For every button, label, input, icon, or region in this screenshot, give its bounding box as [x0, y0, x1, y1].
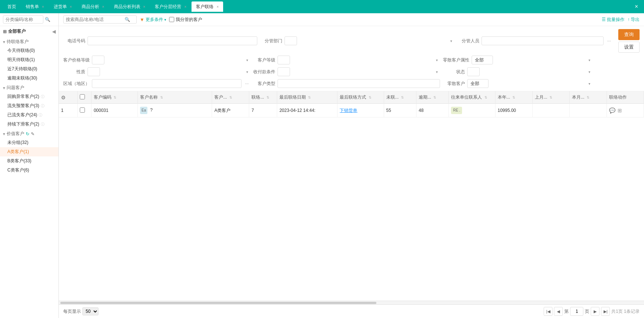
refresh-icon[interactable]: ↻: [26, 131, 29, 137]
col-last-month-sort[interactable]: ⇅: [550, 96, 552, 99]
col-contacts-sort[interactable]: ⇅: [484, 96, 487, 99]
price-level-field: 客户价格等级: [63, 56, 250, 64]
sidebar-item-churn-warning[interactable]: 流失预警客户(3) ⓘ: [0, 101, 58, 110]
col-code-sort[interactable]: ⇅: [114, 96, 117, 99]
scrollbar-thumb[interactable]: [60, 302, 376, 304]
retail-attr-field: 零散客户属性 全部: [443, 56, 593, 64]
problem-customer-group[interactable]: ▾ 问题客户: [0, 83, 58, 92]
horizontal-scrollbar[interactable]: [59, 301, 644, 304]
chat-icon[interactable]: 💬: [609, 107, 615, 113]
select-all-checkbox[interactable]: [80, 94, 85, 99]
nav-tab-home[interactable]: 首页: [3, 1, 21, 12]
more-action-icon[interactable]: ⊞: [618, 107, 622, 113]
pending-contact-group[interactable]: ▾ 待联络客户: [0, 37, 58, 46]
customer-type-input[interactable]: [278, 79, 440, 88]
sidebar-item-today[interactable]: 今天待联络(0): [0, 46, 58, 55]
all-customers-header[interactable]: ⊞ 全部客户 ◀: [0, 26, 58, 37]
close-sales-icon[interactable]: ×: [42, 5, 44, 9]
nav-tab-purchase[interactable]: 进货单 ×: [49, 1, 76, 12]
query-button[interactable]: 查询: [618, 29, 640, 40]
customer-type-field: 客户类型: [253, 79, 440, 88]
last-page-button[interactable]: ▶|: [601, 307, 610, 316]
settings-button[interactable]: 设置: [618, 42, 640, 53]
first-page-button[interactable]: |◀: [544, 307, 552, 316]
col-name-sort[interactable]: ⇅: [160, 96, 163, 99]
nav-tab-sales[interactable]: 销售单 ×: [21, 1, 49, 12]
close-purchase-icon[interactable]: ×: [70, 5, 72, 9]
sidebar-item-tomorrow[interactable]: 明天待联络(1): [0, 55, 58, 64]
status-select[interactable]: [467, 67, 480, 76]
sidebar-item-churned[interactable]: 已流失客户(24) ⓘ: [0, 110, 58, 120]
manager-dots-button[interactable]: ···: [606, 38, 612, 44]
window-close-button[interactable]: ×: [632, 3, 641, 10]
my-customers-checkbox[interactable]: [169, 17, 174, 22]
col-contact-sort[interactable]: ⇅: [266, 96, 269, 99]
price-level-select[interactable]: [92, 56, 104, 64]
main-search-icon[interactable]: 🔍: [125, 17, 130, 22]
col-customer-type-header: 客户... ⇅: [212, 91, 249, 104]
prev-page-button[interactable]: ◀: [554, 307, 563, 316]
row-index: 1: [59, 104, 78, 117]
sidebar-item-a-class[interactable]: A类客户(1): [0, 147, 58, 156]
col-type-sort[interactable]: ⇅: [229, 96, 232, 99]
sidebar-item-b-class[interactable]: B类客户(33): [0, 156, 58, 166]
b-class-label: B类客户(33): [7, 158, 31, 164]
sidebar-item-declining[interactable]: 持续下滑客户(2) ⓘ: [0, 120, 58, 129]
col-this-month-sort[interactable]: ⇅: [587, 96, 590, 99]
col-method-sort[interactable]: ⇅: [369, 96, 372, 99]
col-this-year-header: 本年... ⇅: [495, 91, 532, 104]
customer-level-select[interactable]: [278, 56, 290, 64]
retail-attr-select[interactable]: 全部: [472, 56, 493, 64]
sidebar-item-unclassified[interactable]: 未分组(32): [0, 138, 58, 147]
sidebar-item-7days[interactable]: 近7天待联络(0): [0, 64, 58, 74]
per-page-area: 每页显示 50: [63, 307, 99, 315]
sidebar-item-overdue[interactable]: 逾期未联络(30): [0, 74, 58, 83]
customer-contact-label: 客户联络: [196, 4, 214, 10]
nature-select[interactable]: [87, 67, 100, 76]
department-select[interactable]: [285, 36, 297, 45]
row-checkbox[interactable]: [80, 107, 85, 113]
payment-terms-select[interactable]: [278, 67, 290, 76]
main-search-input[interactable]: [66, 17, 125, 22]
nav-tab-analysis-list[interactable]: 商品分析列表 ×: [110, 1, 150, 12]
nav-tab-customer-tier[interactable]: 客户分层经营 ×: [150, 1, 191, 12]
col-this-year-sort[interactable]: ⇅: [512, 96, 515, 99]
batch-ops-button[interactable]: ☰ 批量操作: [602, 17, 625, 23]
col-date-sort[interactable]: ⇅: [308, 96, 311, 99]
close-customer-contact-icon[interactable]: ×: [217, 5, 219, 9]
sidebar-search-icon[interactable]: 🔍: [45, 17, 50, 22]
export-button[interactable]: ↑ 导出: [627, 17, 640, 23]
region-dots-button[interactable]: ···: [244, 80, 250, 87]
col-uncontacted-sort[interactable]: ⇅: [401, 96, 404, 99]
phone-input[interactable]: [87, 36, 257, 45]
more-conditions-button[interactable]: ▼ 更多条件 ▾: [140, 17, 166, 23]
col-overdue-sort[interactable]: ⇅: [433, 96, 436, 99]
edit-icon[interactable]: ✎: [31, 131, 35, 137]
table-settings-icon[interactable]: ⚙: [61, 95, 66, 100]
close-analysis-list-icon[interactable]: ×: [143, 5, 146, 9]
manager-input[interactable]: [482, 36, 604, 45]
sidebar-search-input[interactable]: [3, 15, 43, 24]
batch-ops-icon: ☰: [602, 17, 606, 22]
total-info: 共1页 1条记录: [611, 308, 640, 315]
nav-tab-analysis[interactable]: 商品分析 ×: [77, 1, 109, 12]
contact-method-link[interactable]: 下销货单: [340, 108, 357, 113]
col-code-label: 客户编码: [94, 95, 111, 100]
retail-customer-select[interactable]: 全部: [467, 79, 489, 88]
page-number-input[interactable]: [570, 307, 583, 316]
close-analysis-icon[interactable]: ×: [102, 5, 104, 9]
close-customer-tier-icon[interactable]: ×: [184, 5, 186, 9]
my-customers-checkbox-area[interactable]: 我分管的客户: [169, 17, 202, 23]
per-page-select[interactable]: 50: [82, 307, 99, 315]
nav-tab-customer-contact[interactable]: 客户联络 ×: [192, 1, 223, 12]
next-page-button[interactable]: ▶: [591, 307, 600, 316]
sidebar-item-repurchase-abnormal[interactable]: 回购异常客户(2) ⓘ: [0, 92, 58, 101]
sidebar-item-c-class[interactable]: C类客户(6): [0, 166, 58, 175]
col-customer-name: 客户名称 ⇅: [138, 91, 212, 104]
overdue-label: 逾期未联络(30): [7, 75, 37, 81]
export-icon: ↑: [627, 17, 630, 22]
value-customer-group[interactable]: ▾ 价值客户 ↻ ✎: [0, 129, 58, 138]
region-field: 区域（地区） ···: [63, 79, 250, 88]
col-overdue-label: 逾期...: [419, 95, 431, 100]
region-input[interactable]: [92, 79, 242, 88]
